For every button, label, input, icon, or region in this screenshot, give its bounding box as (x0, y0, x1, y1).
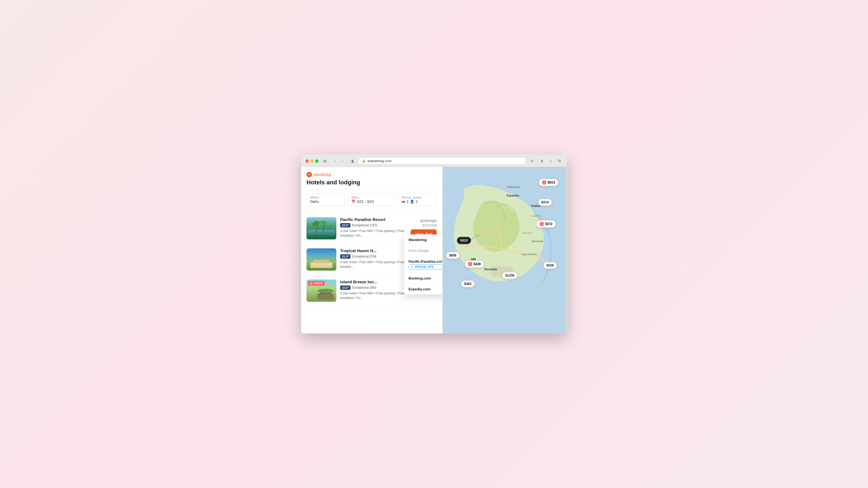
svg-point-3 (320, 220, 328, 225)
rating-text-1: Exceptional (787) (352, 223, 377, 227)
browser-nav: ‹ › (332, 158, 346, 164)
pin-price-528: $528 (547, 263, 554, 267)
pin-price-658: $658 (449, 254, 457, 257)
pin-price-214: $214 (541, 200, 549, 204)
dropdown-item-pacific[interactable]: Pacific.Paradise.com ✔ OFFICIAL SITE $19… (404, 256, 442, 273)
hotel-features-3: 3-star hotel • Free WiFi • Free parking … (340, 291, 407, 300)
deal-dropdown: Wanderlog $192 From Google Pacific.Parad… (404, 234, 442, 294)
new-tab-icon[interactable]: + (547, 158, 554, 164)
airbnb-icon-813 (542, 180, 546, 185)
close-button[interactable] (305, 159, 309, 163)
rating-badge-1: 10.0* (340, 223, 350, 227)
dropdown-item-google[interactable]: From Google (404, 246, 442, 256)
official-label: OFFICIAL SITE (414, 265, 434, 268)
map-pin-214[interactable]: $214 (538, 199, 552, 206)
url-text: wanderlog.com (368, 159, 392, 163)
rooms-value: 🛏 1 👤 2 (402, 199, 433, 204)
hotel-info-1: Pacific Paradise Resort 10.0* Exceptiona… (340, 217, 407, 238)
back-button[interactable]: ‹ (332, 158, 338, 164)
provider-wanderlog: Wanderlog (408, 238, 427, 242)
url-bar[interactable]: 🔒 wanderlog.com (359, 157, 526, 165)
when-value: 📅 3/21 - 3/23 (351, 199, 392, 204)
tab-overview-icon[interactable]: ⧉ (556, 158, 563, 164)
when-filter[interactable]: When 📅 3/21 - 3/23 (348, 193, 396, 206)
provider-pacific: Pacific.Paradise.com (408, 259, 442, 263)
download-icon[interactable]: ⬇ (539, 158, 545, 164)
logo-text: wanderlog (314, 172, 331, 177)
hotel-features-2: 4-star hotel • Free WiFi • Free parking … (340, 260, 407, 269)
hotel-info-2: Tropical Haven H... 10.0* Exceptional (2… (340, 248, 407, 269)
hotel-name-2: Tropical Haven H... (340, 248, 407, 253)
rating-text-3: Exceptional (963 (352, 286, 376, 290)
when-label: When (351, 196, 392, 199)
hotel-name-1: Pacific Paradise Resort (340, 217, 407, 222)
browser-window: ⊞ ‹ › ◑ 🔒 wanderlog.com ↻ ⬇ + ⧉ (301, 155, 567, 333)
where-label: Where (310, 196, 341, 199)
map-pin-528[interactable]: $528 (543, 262, 557, 269)
check-icon: ✔ (411, 265, 413, 269)
rating-badge-2: 10.0* (340, 254, 350, 259)
search-filters: Where Oahu When 📅 3/21 - 3/23 Rooms, gue… (301, 190, 442, 210)
svg-rect-4 (311, 262, 332, 268)
maximize-button[interactable] (315, 159, 318, 163)
rooms-filter[interactable]: Rooms, guests 🛏 1 👤 2 (398, 193, 437, 206)
svg-text:Kaneohe: Kaneohe (507, 194, 519, 197)
calendar-icon: 📅 (351, 199, 355, 204)
where-value: Oahu (310, 199, 341, 204)
map-pin-372[interactable]: $372 (536, 220, 556, 228)
pin-price-383: $383 (464, 282, 471, 286)
hotel-features-1: 3-star hotel • Free WiFi • Free parking … (340, 229, 407, 238)
hotel-image-3: AIRBNB (307, 280, 336, 302)
wanderlog-icon (307, 172, 312, 177)
hotel-card-1: Pacific Paradise Resort 10.0* Exceptiona… (307, 213, 437, 244)
map-pin-1236[interactable]: $1236 (502, 272, 518, 279)
reload-button[interactable]: ↻ (529, 158, 535, 164)
rating-row-1: 10.0* Exceptional (787) (340, 223, 407, 227)
map-pin-410[interactable]: $410 (457, 237, 471, 244)
sidebar-toggle-icon[interactable]: ⊞ (322, 158, 328, 164)
page-title: Hotels and lodging (307, 179, 437, 186)
pool-reflection (308, 230, 335, 235)
provider-booking: Booking.com (408, 276, 431, 280)
airbnb-icon-372 (539, 222, 544, 226)
rating-badge-3: 10.0* (340, 286, 350, 290)
provider-google: From Google (408, 249, 429, 253)
hotel-info-3: Island Breeze Inn... 10.0* Exceptional (… (340, 280, 407, 300)
official-site-badge: ✔ OFFICIAL SITE (408, 264, 442, 269)
provider-expedia: Expedia.com (408, 287, 430, 291)
svg-text:Waimanalo: Waimanalo (531, 240, 543, 242)
dropdown-item-booking[interactable]: Booking.com $220 (404, 273, 442, 284)
svg-line-2 (323, 223, 324, 233)
map-pin-813[interactable]: $813 (539, 178, 558, 186)
minimize-button[interactable] (310, 159, 314, 163)
forward-button[interactable]: › (339, 158, 346, 164)
svg-text:KAHALU'U: KAHALU'U (507, 186, 520, 188)
hotel-name-3: Island Breeze Inn... (340, 280, 407, 284)
pin-price-813: $813 (548, 181, 555, 184)
map-pin-658[interactable]: $658 (446, 252, 460, 259)
traffic-lights (305, 159, 318, 163)
price-total-1: $410 total (411, 223, 437, 227)
wanderlog-logo: wanderlog (307, 172, 437, 177)
hotel-image-1 (307, 217, 336, 239)
pin-price-428: $428 (474, 262, 481, 266)
map-pin-428[interactable]: $428 (465, 260, 484, 268)
hotel-list: Pacific Paradise Resort 10.0* Exceptiona… (301, 210, 442, 309)
svg-rect-5 (313, 260, 330, 263)
svg-point-10 (317, 289, 334, 293)
rating-text-2: Exceptional (234 (352, 255, 376, 258)
pin-price-372: $372 (545, 222, 553, 226)
dropdown-item-expedia[interactable]: Expedia.com $232 (404, 284, 442, 294)
map-panel: 63 KAHALU'U Kaneohe Kailua LANIKAI Waima… (442, 167, 567, 333)
svg-point-1 (312, 220, 320, 227)
dropdown-item-wanderlog[interactable]: Wanderlog $192 (404, 234, 442, 246)
lock-icon: 🔒 (362, 159, 366, 163)
map-pin-383[interactable]: $383 (461, 280, 475, 287)
browser-chrome: ⊞ ‹ › ◑ 🔒 wanderlog.com ↻ ⬇ + ⧉ (301, 155, 567, 167)
pin-price-410: $410 (460, 238, 468, 242)
pacific-info: Pacific.Paradise.com ✔ OFFICIAL SITE (408, 259, 442, 269)
where-filter[interactable]: Where Oahu (307, 193, 345, 206)
left-panel: wanderlog Hotels and lodging Where Oahu … (301, 167, 442, 333)
airbnb-icon-428 (468, 262, 472, 266)
theme-icon[interactable]: ◑ (349, 158, 355, 164)
